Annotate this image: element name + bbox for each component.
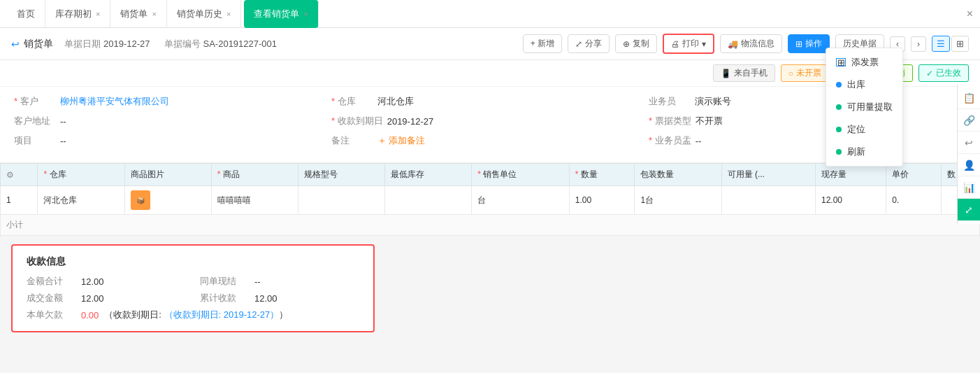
tab-view-sales[interactable]: 查看销货单 × [244, 0, 318, 28]
staff-field: 业务员 演示账号 [649, 95, 966, 108]
share-button[interactable]: ⤢ 分享 [568, 34, 610, 53]
col-product-img: 商品图片 [124, 164, 211, 186]
customer-value[interactable]: 柳州粤港平安气体有限公司 [60, 95, 169, 108]
warehouse-out-item[interactable]: 出库 [826, 73, 902, 96]
sidebar-chart-icon[interactable]: 📊 [958, 176, 980, 199]
warehouse-out-dot [836, 82, 842, 87]
row-quantity: 1.00 [569, 186, 635, 215]
subtotal-row: 小计 [1, 215, 980, 236]
row-pack-qty: 1台 [635, 186, 721, 215]
tab-sales[interactable]: 销货单 × [110, 0, 166, 28]
next-record-btn[interactable]: › [911, 36, 926, 52]
row-available [721, 186, 815, 215]
add-note-btn[interactable]: ＋ 添加备注 [377, 134, 425, 147]
new-button[interactable]: + 新增 [523, 34, 562, 53]
ticket-type-value: 不开票 [696, 115, 723, 127]
close-sales-tab[interactable]: × [152, 10, 156, 18]
add-invoice-item[interactable]: ⊞ 添发票 [826, 51, 902, 73]
operate-button[interactable]: ⊞ 操作 [788, 34, 830, 53]
col-product: * 商品 [211, 164, 298, 186]
deal-amount-row: 成交金额 12.00 [27, 292, 186, 304]
col-pack-qty: 包装数量 [635, 164, 721, 186]
payment-date-label: 收款到期日 [331, 115, 383, 127]
col-available: 可用量 (... [721, 164, 815, 186]
staff2-value: -- [696, 136, 702, 146]
doc-type-label: 销货单 [24, 38, 53, 50]
row-min-stock [385, 186, 472, 215]
list-view-btn[interactable]: ☰ [932, 36, 950, 52]
close-inventory-tab[interactable]: × [96, 10, 100, 18]
sidebar-user-icon[interactable]: 👤 [958, 154, 980, 176]
col-quantity: * 数量 [569, 164, 635, 186]
print-dropdown-icon: ▾ [702, 39, 706, 49]
available-dot [836, 104, 842, 110]
form-row-3: 项目 -- 备注 ＋ 添加备注 业务员盂 -- [14, 134, 966, 147]
sales-order-icon: ↩ [11, 38, 20, 50]
warehouse-label: 仓库 [331, 95, 373, 108]
logistics-button[interactable]: 🚚 物流信息 [720, 34, 782, 53]
doc-date-field: 单据日期 2019-12-27 [64, 38, 150, 50]
close-view-tab[interactable]: × [303, 10, 308, 18]
accumulated-row: 累计收款 12.00 [200, 292, 359, 304]
effective-icon: ✓ [926, 69, 933, 78]
project-field: 项目 -- [14, 134, 331, 147]
col-min-stock: 最低库存 [385, 164, 472, 186]
available-fetch-item[interactable]: 可用量提取 [826, 96, 902, 118]
from-phone-badge[interactable]: 📱 来自手机 [713, 64, 775, 82]
effective-badge[interactable]: ✓ 已生效 [918, 64, 969, 82]
note-field: 备注 ＋ 添加备注 [331, 134, 649, 147]
payment-date-value: 2019-12-27 [387, 116, 434, 127]
row-product: 嘻嘻嘻嘻 [211, 186, 298, 215]
col-spec: 规格型号 [298, 164, 385, 186]
locate-dot [836, 127, 842, 132]
warehouse-value: 河北仓库 [377, 95, 414, 108]
print-button[interactable]: 🖨 打印 ▾ [663, 34, 714, 54]
sidebar-return-icon[interactable]: ↩ [958, 132, 980, 154]
col-stock: 现存量 [816, 164, 886, 186]
sidebar-expand-icon[interactable]: ⤢ [958, 199, 980, 221]
row-unit: 台 [472, 186, 569, 215]
row-stock: 12.00 [816, 186, 886, 215]
row-unit-price: 0. [886, 186, 941, 215]
project-value: -- [60, 136, 66, 146]
row-warehouse: 河北仓库 [38, 186, 124, 215]
payment-info-box: 收款信息 金额合计 12.00 同单现结 -- 成交金额 12.00 累计收款 … [11, 244, 375, 332]
ticket-type-label: 票据类型 [649, 115, 691, 127]
project-label: 项目 [14, 134, 56, 147]
settings-icon: ⚙ [6, 170, 14, 180]
address-label: 客户地址 [14, 115, 56, 127]
not-open-badge[interactable]: ○ 未开票 [781, 64, 829, 82]
tab-sales-history[interactable]: 销货单历史 × [167, 0, 241, 28]
sidebar-clipboard-icon[interactable]: 📋 [958, 87, 980, 109]
customer-field: 客户 柳州粤港平安气体有限公司 [14, 95, 331, 108]
staff2-field: 业务员盂 -- [649, 134, 966, 147]
warehouse-field: 仓库 河北仓库 [331, 95, 649, 108]
doc-meta: 单据日期 2019-12-27 单据编号 SA-20191227-001 [64, 38, 277, 50]
sidebar-link-icon[interactable]: 🔗 [958, 109, 980, 132]
refresh-item[interactable]: 刷新 [826, 141, 902, 163]
staff2-label: 业务员盂 [649, 134, 691, 147]
same-order-row: 同单现结 -- [200, 275, 359, 288]
view-toggle: ☰ ⊞ [932, 36, 969, 52]
locate-item[interactable]: 定位 [826, 118, 902, 141]
col-unit-price: 单价 [886, 164, 941, 186]
row-no: 1 [1, 186, 38, 215]
phone-icon: 📱 [721, 69, 731, 78]
form-row-2: 客户地址 -- 收款到期日 2019-12-27 票据类型 不开票 [14, 115, 966, 127]
print-icon: 🖨 [671, 39, 679, 49]
grid-view-btn[interactable]: ⊞ [951, 36, 969, 52]
product-thumbnail: 📦 [131, 190, 150, 210]
product-table: ⚙ * 仓库 商品图片 * 商品 规格型号 最低库存 * 销售单位 * 数量 包… [0, 163, 980, 236]
window-close-btn[interactable]: × [967, 8, 973, 20]
doc-title: ↩ 销货单 [11, 38, 53, 50]
copy-button[interactable]: ⊕ 复制 [615, 34, 657, 53]
close-history-tab[interactable]: × [226, 10, 231, 18]
staff-label: 业务员 [649, 95, 691, 108]
tab-inventory[interactable]: 库存期初 × [45, 0, 110, 28]
amount-total-row: 金额合计 12.00 [27, 275, 186, 288]
col-gear[interactable]: ⚙ [1, 164, 38, 186]
ticket-icon: ○ [788, 69, 793, 78]
payment-grid: 金额合计 12.00 同单现结 -- 成交金额 12.00 累计收款 12.00… [27, 275, 359, 321]
tab-home[interactable]: 首页 [7, 0, 45, 28]
operate-icon: ⊞ [795, 39, 802, 49]
